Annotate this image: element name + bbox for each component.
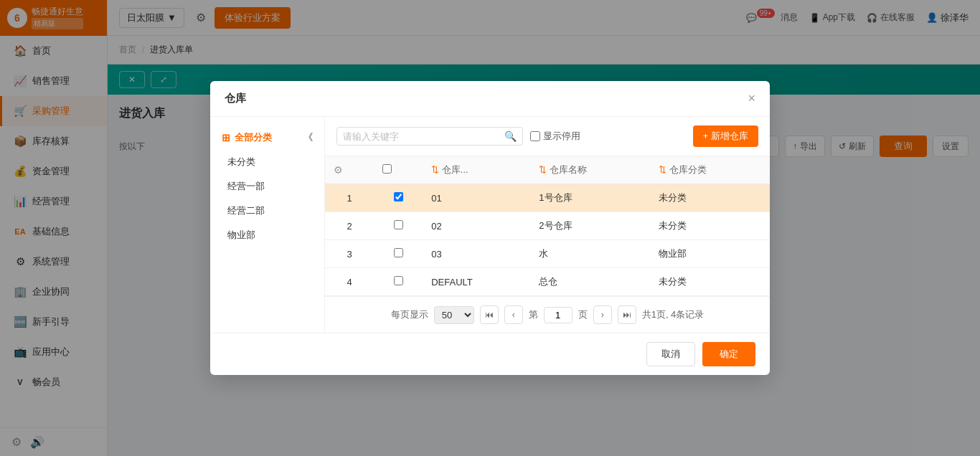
grid-icon: ⊞ [222, 132, 230, 143]
table-toolbar: 🔍 显示停用 + 新增仓库 [325, 117, 770, 156]
category-item-ops2[interactable]: 经营二部 [210, 199, 324, 223]
search-box: 🔍 [336, 127, 523, 146]
row-num: 1 [325, 184, 374, 212]
category-all-label: 全部分类 [235, 131, 272, 144]
sort-icon-name: ⇅ [539, 164, 547, 175]
row-checkbox-cell [374, 268, 423, 296]
row-num: 2 [325, 212, 374, 240]
first-page-btn[interactable]: ⏮ [480, 305, 499, 324]
modal-footer: 取消 确定 [210, 333, 770, 375]
row-name: 水 [530, 240, 650, 268]
table-row[interactable]: 3 03 水 物业部 [325, 240, 770, 268]
row-category: 未分类 [650, 184, 770, 212]
table-panel: 🔍 显示停用 + 新增仓库 ⚙ [325, 117, 770, 333]
page-unit: 页 [578, 308, 588, 321]
row-name: 1号仓库 [530, 184, 650, 212]
row-name: 2号仓库 [530, 212, 650, 240]
modal-overlay: 仓库 × ⊞ 全部分类 《 未分类 经营一部 经营二部 [0, 0, 980, 456]
row-checkbox-cell [374, 212, 423, 240]
pagination: 每页显示 50 20 100 ⏮ ‹ 第 页 › ⏭ 共1页, 4条记录 [325, 296, 770, 333]
row-code: DEFAULT [423, 268, 530, 296]
collapse-category-icon[interactable]: 《 [303, 131, 313, 144]
category-item-property[interactable]: 物业部 [210, 223, 324, 247]
search-input[interactable] [343, 131, 504, 142]
row-checkbox-cell [374, 184, 423, 212]
sort-icon: ⇅ [431, 164, 439, 175]
show-disabled-label: 显示停用 [530, 130, 580, 143]
th-category: ⇅ 仓库分类 [650, 156, 770, 184]
select-all-checkbox[interactable] [382, 164, 392, 174]
per-page-label: 每页显示 [391, 308, 428, 321]
category-item-unclassified[interactable]: 未分类 [210, 150, 324, 174]
th-checkbox [374, 156, 423, 184]
row-category: 未分类 [650, 212, 770, 240]
row-name: 总仓 [530, 268, 650, 296]
add-warehouse-button[interactable]: + 新增仓库 [693, 125, 758, 147]
modal-title: 仓库 [225, 92, 246, 105]
row-num: 3 [325, 240, 374, 268]
modal-header: 仓库 × [210, 81, 770, 117]
row-checkbox[interactable] [394, 248, 403, 257]
modal-close-button[interactable]: × [748, 91, 755, 106]
warehouse-modal: 仓库 × ⊞ 全部分类 《 未分类 经营一部 经营二部 [210, 81, 770, 375]
prev-page-btn[interactable]: ‹ [504, 305, 523, 324]
row-checkbox[interactable] [394, 192, 403, 201]
per-page-select[interactable]: 50 20 100 [434, 306, 474, 324]
search-icon[interactable]: 🔍 [504, 130, 517, 142]
page-number-input[interactable] [544, 307, 573, 323]
page-label: 第 [529, 308, 538, 321]
table-row[interactable]: 2 02 2号仓库 未分类 [325, 212, 770, 240]
row-checkbox[interactable] [394, 276, 403, 285]
row-code: 03 [423, 240, 530, 268]
table-row[interactable]: 1 01 1号仓库 未分类 [325, 184, 770, 212]
th-code: ⇅ 仓库... [423, 156, 530, 184]
category-item-ops1[interactable]: 经营一部 [210, 174, 324, 199]
row-num: 4 [325, 268, 374, 296]
page-summary: 共1页, 4条记录 [642, 308, 705, 321]
show-disabled-checkbox[interactable] [530, 131, 540, 141]
confirm-button[interactable]: 确定 [702, 342, 755, 366]
row-checkbox-cell [374, 240, 423, 268]
row-category: 未分类 [650, 268, 770, 296]
row-checkbox[interactable] [394, 220, 403, 229]
th-name: ⇅ 仓库名称 [530, 156, 650, 184]
table-row[interactable]: 4 DEFAULT 总仓 未分类 [325, 268, 770, 296]
table-scroll: ⚙ ⇅ 仓库... ⇅ [325, 156, 770, 296]
row-code: 01 [423, 184, 530, 212]
gear-icon: ⚙ [334, 164, 343, 176]
row-code: 02 [423, 212, 530, 240]
category-panel: ⊞ 全部分类 《 未分类 经营一部 经营二部 物业部 [210, 117, 325, 333]
row-category: 物业部 [650, 240, 770, 268]
modal-body: ⊞ 全部分类 《 未分类 经营一部 经营二部 物业部 [210, 117, 770, 333]
sort-icon-cat: ⇅ [659, 164, 666, 175]
cancel-button[interactable]: 取消 [646, 342, 695, 366]
category-all-header[interactable]: ⊞ 全部分类 《 [210, 125, 324, 150]
th-settings[interactable]: ⚙ [325, 156, 374, 184]
last-page-btn[interactable]: ⏭ [618, 305, 636, 324]
next-page-btn[interactable]: › [593, 305, 612, 324]
warehouse-table: ⚙ ⇅ 仓库... ⇅ [325, 156, 770, 296]
